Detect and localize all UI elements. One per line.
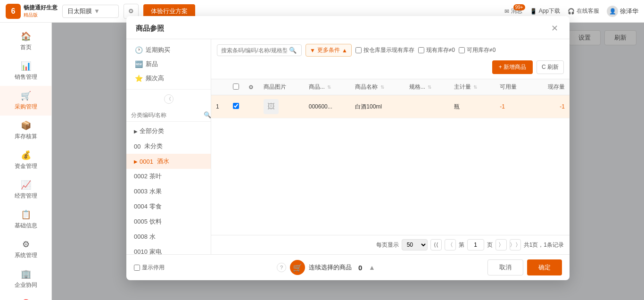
row-checkbox[interactable]: [233, 103, 239, 109]
page-size-label: 每页显示: [376, 241, 399, 249]
sidebar-item-purchase[interactable]: 🛒 采购管理: [0, 86, 51, 116]
usable-checkbox[interactable]: [459, 47, 465, 53]
confirm-button[interactable]: 确定: [527, 259, 562, 275]
cat-fruit[interactable]: 0003 水果: [126, 184, 211, 199]
sidebar-item-sales[interactable]: 📊 销售管理: [0, 56, 51, 86]
cat-drink-label: 0005 饮料: [134, 217, 162, 226]
select-all-checkbox[interactable]: [233, 83, 239, 90]
product-search-input[interactable]: [221, 47, 287, 54]
sidebar-item-basic[interactable]: 📋 基础信息: [0, 205, 51, 234]
col-unit-header[interactable]: 主计量 ⇅: [449, 79, 495, 95]
modal-close-button[interactable]: ✕: [549, 23, 560, 34]
table-row[interactable]: 1 🖼: [211, 95, 570, 118]
col-stock-label: 现存量: [548, 83, 565, 90]
app-download-item[interactable]: 📱 App下载: [530, 7, 560, 15]
warehouse-filter[interactable]: 按仓库显示现有库存: [355, 46, 414, 54]
refresh-product-button[interactable]: C 刷新: [537, 60, 564, 74]
sidebar-item-inventory[interactable]: 📦 库存核算: [0, 116, 51, 145]
help-icon-button[interactable]: ?: [277, 263, 286, 272]
cat-snack[interactable]: 0004 零食: [126, 199, 211, 214]
search-icon[interactable]: 🔍: [289, 47, 297, 54]
logo-main-text: 畅捷通好生意: [24, 4, 58, 12]
cell-code: 000600...: [304, 95, 351, 118]
frequent-label: 频次高: [146, 74, 164, 83]
image-placeholder-icon: 🖼: [267, 102, 275, 111]
cell-spec: [405, 95, 449, 118]
message-item[interactable]: ✉ 消息 99+: [504, 7, 522, 15]
page-input[interactable]: [467, 239, 484, 250]
cat-all-label: 全部分类: [140, 127, 164, 135]
col-spec-header[interactable]: 规格... ⇅: [405, 79, 449, 95]
category-search-input[interactable]: [131, 112, 202, 118]
quick-filter-new[interactable]: 🆕 新品: [131, 57, 206, 71]
product-code: 000600...: [309, 103, 332, 110]
message-icon: ✉: [504, 8, 509, 15]
sidebar-operation-label: 经营管理: [15, 192, 37, 200]
sidebar-item-guide[interactable]: 🎯 新手引导: [0, 294, 51, 300]
category-search-icon[interactable]: 🔍: [204, 111, 211, 118]
usable-filter[interactable]: 可用库存≠0: [459, 46, 495, 54]
sidebar-item-operation[interactable]: 📈 经营管理: [0, 175, 51, 205]
user-area[interactable]: 👤 徐泽华: [607, 6, 638, 17]
quick-filter-frequent[interactable]: ⭐ 频次高: [131, 71, 206, 85]
cell-image: 🖼: [259, 95, 304, 118]
left-sidebar: 🏠 首页 📊 销售管理 🛒 采购管理 📦 库存核算 💰 资金管理 📈 经营管理 …: [0, 23, 52, 300]
collapse-panel-button[interactable]: 《: [164, 94, 173, 104]
col-available-header[interactable]: 可用量: [495, 79, 532, 95]
product-stock: -1: [560, 103, 565, 110]
cat-appliance[interactable]: 0010 家电: [126, 244, 211, 254]
recent-buy-label: 近期购买: [146, 46, 170, 54]
store-selector[interactable]: 日太阳膜 ▼: [62, 5, 119, 18]
sales-icon: 📊: [21, 61, 31, 71]
display-disabled-checkbox[interactable]: [134, 265, 140, 271]
inventory-icon: 📦: [21, 120, 31, 131]
sidebar-item-system[interactable]: ⚙ 系统管理: [0, 234, 51, 264]
header-right: ✉ 消息 99+ 📱 App下载 🎧 在线客服 👤 徐泽华: [504, 6, 638, 17]
display-disabled-label[interactable]: 显示停用: [134, 264, 165, 272]
cat-uncategorized-code: 00: [134, 143, 140, 150]
cat-uncategorized[interactable]: 00 未分类: [126, 139, 211, 154]
warehouse-checkbox[interactable]: [355, 47, 362, 53]
col-stock-header[interactable]: 现存量: [532, 79, 570, 95]
col-code-header[interactable]: 商品... ⇅: [304, 79, 351, 95]
prev-page-button[interactable]: 〈: [445, 239, 456, 250]
collapse-footer-button[interactable]: ▲: [369, 264, 375, 271]
col-no-header: [211, 79, 228, 95]
cat-liquor[interactable]: ▶ 0001 酒水: [126, 154, 211, 169]
first-page-button[interactable]: ⟨⟨: [430, 239, 442, 250]
filter-more-button[interactable]: ▼ 更多条件 ▲: [305, 44, 352, 57]
cart-icon[interactable]: 🛒: [290, 260, 305, 275]
add-product-button[interactable]: + 新增商品: [492, 60, 533, 74]
online-service-item[interactable]: 🎧 在线客服: [568, 7, 599, 15]
sidebar-item-enterprise[interactable]: 🏢 企业协同: [0, 264, 51, 294]
sidebar-sales-label: 销售管理: [15, 73, 37, 81]
available-filter[interactable]: 现有库存≠0: [418, 46, 455, 54]
cat-snack-label: 0004 零食: [134, 202, 162, 211]
quick-filter-recent[interactable]: 🕐 近期购买: [131, 43, 206, 57]
col-name-header[interactable]: 商品名称 ⇅: [350, 79, 405, 95]
col-name-label: 商品名称: [355, 83, 378, 90]
available-checkbox[interactable]: [418, 47, 424, 53]
product-panel: 🔍 ▼ 更多条件 ▲ 按仓库显示现有库存: [211, 39, 570, 254]
quick-filters: 🕐 近期购买 🆕 新品 ⭐ 频次高: [126, 39, 211, 90]
col-spec-label: 规格...: [409, 83, 425, 90]
cat-fruit-label: 0003 水果: [134, 187, 162, 196]
cat-drink[interactable]: 0005 饮料: [126, 214, 211, 229]
last-page-button[interactable]: 〉〉: [510, 239, 521, 250]
cell-name: 白酒100ml: [350, 95, 405, 118]
sidebar-inventory-label: 库存核算: [15, 133, 37, 141]
page-size-select[interactable]: 10 20 50 100: [402, 239, 428, 250]
modal-header: 商品参照 ✕: [126, 16, 570, 39]
cat-tea[interactable]: 0002 茶叶: [126, 169, 211, 184]
sidebar-item-home[interactable]: 🏠 首页: [0, 26, 51, 56]
cancel-button[interactable]: 取消: [487, 259, 523, 275]
sort-unit-icon: ⇅: [473, 84, 477, 90]
chevron-down-icon: ▼: [94, 8, 100, 15]
next-page-button[interactable]: 〉: [495, 239, 507, 250]
cat-water[interactable]: 0008 水: [126, 229, 211, 244]
sidebar-system-label: 系统管理: [15, 251, 37, 259]
gear-col-icon[interactable]: ⚙: [248, 84, 254, 91]
toolbar-right: + 新增商品 C 刷新: [492, 60, 564, 74]
cat-all[interactable]: ▶ 全部分类: [126, 124, 211, 139]
sidebar-item-finance[interactable]: 💰 资金管理: [0, 145, 51, 175]
